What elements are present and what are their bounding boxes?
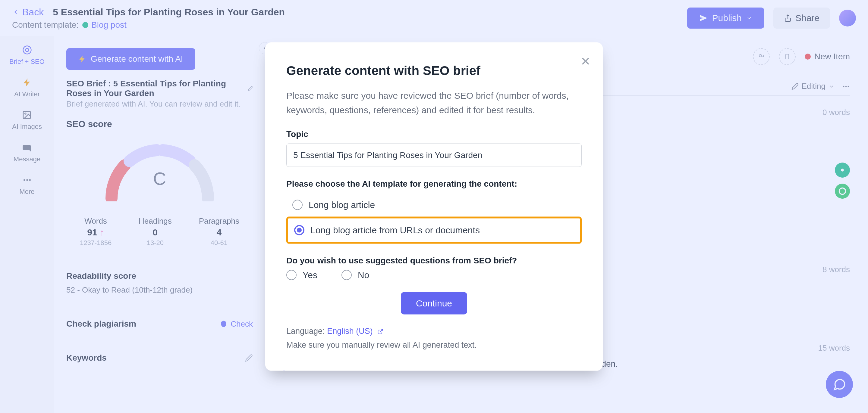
template-choose-label: Please choose the AI template for genera… <box>286 179 582 189</box>
modal-title: Generate content with SEO brief <box>286 64 582 78</box>
radio-long-blog-urls[interactable]: Long blog article from URLs or documents <box>286 217 582 244</box>
continue-button[interactable]: Continue <box>401 292 467 315</box>
radio-no[interactable]: No <box>341 270 369 280</box>
language-link[interactable]: English (US) <box>327 326 383 336</box>
radio-yes[interactable]: Yes <box>286 270 317 280</box>
language-label: Language: <box>286 326 325 336</box>
svg-line-30 <box>380 329 383 332</box>
radio-long-blog[interactable]: Long blog article <box>286 193 582 217</box>
modal-close-button[interactable]: ✕ <box>581 55 591 68</box>
review-warning: Make sure you manually review all AI gen… <box>286 340 582 350</box>
topic-input[interactable] <box>286 144 582 167</box>
generate-content-modal: ✕ Generate content with SEO brief Please… <box>265 42 603 371</box>
radio-icon <box>286 270 297 280</box>
radio-icon-checked <box>294 225 304 235</box>
modal-description: Please make sure you have reviewed the S… <box>286 89 582 117</box>
radio-icon <box>341 270 352 280</box>
questions-label: Do you wish to use suggested questions f… <box>286 256 582 266</box>
radio-icon <box>292 200 303 210</box>
topic-label: Topic <box>286 130 582 139</box>
